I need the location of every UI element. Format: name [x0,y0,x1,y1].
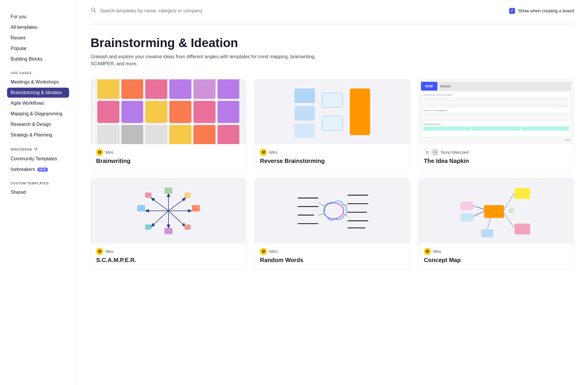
author-icon: M [260,248,267,255]
author-icon: M [96,248,103,255]
sidebar-item-strategy[interactable]: Strategy & Planning [7,130,69,140]
new-badge: NEW [38,168,48,171]
svg-rect-19 [164,228,172,234]
template-preview [419,179,574,243]
sidebar-item-mapping[interactable]: Mapping & Diagramming [7,109,69,119]
template-info: M Miro Random Words [255,243,410,269]
svg-line-46 [473,206,484,210]
svg-line-44 [504,193,514,210]
show-when-creating-label[interactable]: ✓ Show when creating a board [509,8,574,14]
miroverse-icon: ↺ [34,147,38,151]
template-info: C NW Nono Weinzierl The Idea Napkin [419,144,574,170]
svg-line-36 [343,204,348,208]
sidebar-item-label: Icebreakers [11,167,35,172]
sidebar-item-building-blocks[interactable]: Building Blocks [7,54,69,64]
template-name: Reverse Brainstorming [260,158,404,164]
search-container [91,7,255,14]
svg-line-48 [487,218,490,229]
svg-line-14 [151,211,168,226]
sidebar-item-all-templates[interactable]: All templates [7,22,69,32]
template-info: M Miro Reverse Brainstorming [255,144,410,170]
svg-rect-5 [322,93,342,108]
svg-rect-40 [514,224,530,235]
template-preview: NEW Problem Solution What keeps you up a… [419,79,574,144]
author-icon: M [424,248,431,255]
author-icon: M [260,149,267,156]
search-input[interactable] [100,8,255,14]
svg-rect-3 [294,106,315,121]
header-bar: ✓ Show when creating a board [91,0,574,24]
svg-rect-22 [145,225,151,230]
use-cases-section-label: USE CASES [11,71,66,75]
show-when-creating-checkbox[interactable]: ✓ [509,8,515,14]
author-name: Miro [269,150,277,155]
svg-rect-38 [484,205,504,218]
svg-line-12 [151,198,168,211]
svg-line-34 [318,202,326,207]
sidebar-item-popular[interactable]: Popular [7,44,69,54]
template-author: M Miro [260,149,404,156]
sidebar-item-research[interactable]: Research & Design [7,119,69,129]
template-info: M Miro Brainwriting [91,144,246,170]
svg-rect-21 [184,193,191,198]
template-name: Brainwriting [96,158,240,164]
svg-line-13 [168,198,186,211]
template-card-scamper[interactable]: M Miro S.C.A.M.P.E.R. [91,178,246,269]
custom-section-label: CUSTOM TEMPLATES [11,181,66,185]
svg-line-15 [168,211,186,226]
template-card-concept-map[interactable]: M Miro Concept Map [418,178,574,269]
author-icon: M [96,149,103,156]
svg-rect-39 [514,188,530,199]
sidebar-item-brainstorming[interactable]: Brainstorming & Ideation [7,88,69,98]
sidebar-item-shared[interactable]: Shared [7,187,69,197]
page-description: Unleash and explore your creative ideas … [91,53,340,67]
svg-rect-6 [322,116,342,131]
sidebar-item-icebreakers[interactable]: IcebreakersNEW [7,164,69,174]
svg-line-45 [504,214,514,228]
main-content: ✓ Show when creating a board Brainstormi… [76,0,588,385]
svg-rect-41 [460,202,473,210]
svg-line-1 [94,11,96,12]
sidebar-item-recent[interactable]: Recent [7,33,69,43]
page-title: Brainstorming & Ideation [91,36,574,50]
svg-rect-4 [294,124,315,138]
author-icon: C [424,149,431,156]
template-preview [91,179,246,243]
svg-rect-17 [192,205,200,211]
sidebar-item-for-you[interactable]: For you [7,12,69,22]
svg-rect-42 [460,213,473,222]
author-name: Nono Weinzierl [441,150,469,155]
svg-rect-2 [294,89,315,103]
template-info: M Miro S.C.A.M.P.E.R. [91,243,246,269]
template-grid: M Miro Brainwriting M Miro Revers [91,79,574,269]
template-info: M Miro Concept Map [419,243,574,269]
template-name: S.C.A.M.P.E.R. [96,257,240,264]
checkmark-icon: ✓ [510,9,514,13]
sidebar-item-community[interactable]: Community Templates [7,154,69,164]
template-name: Concept Map [424,257,568,264]
template-author: M Miro [96,248,240,255]
checkbox-text: Show when creating a board [518,8,574,13]
template-card-reverse-brainstorming[interactable]: M Miro Reverse Brainstorming [254,79,410,170]
template-card-random-words[interactable]: M Miro Random Words [254,178,410,269]
template-author: M Miro [96,149,240,156]
author-name: Miro [106,249,113,254]
sidebar: For youAll templatesRecentPopularBuildin… [0,0,76,385]
svg-rect-18 [164,188,172,194]
sidebar-item-agile[interactable]: Agile Workflows [7,98,69,108]
search-icon [91,7,96,14]
template-card-brainwriting[interactable]: M Miro Brainwriting [91,79,246,170]
svg-rect-7 [350,89,370,135]
sidebar-item-meetings-workshops[interactable]: Meetings & Workshops [7,77,69,87]
svg-rect-43 [481,229,493,237]
svg-line-47 [473,211,484,216]
template-name: Random Words [260,257,404,264]
svg-rect-20 [145,193,151,198]
new-badge: NEW [423,84,435,89]
template-author: C NW Nono Weinzierl [424,149,568,156]
template-preview [255,79,410,144]
template-card-idea-napkin[interactable]: NEW Problem Solution What keeps you up a… [418,79,574,170]
template-name: The Idea Napkin [424,158,568,164]
svg-rect-49 [509,208,514,213]
author-name: Miro [269,249,277,254]
